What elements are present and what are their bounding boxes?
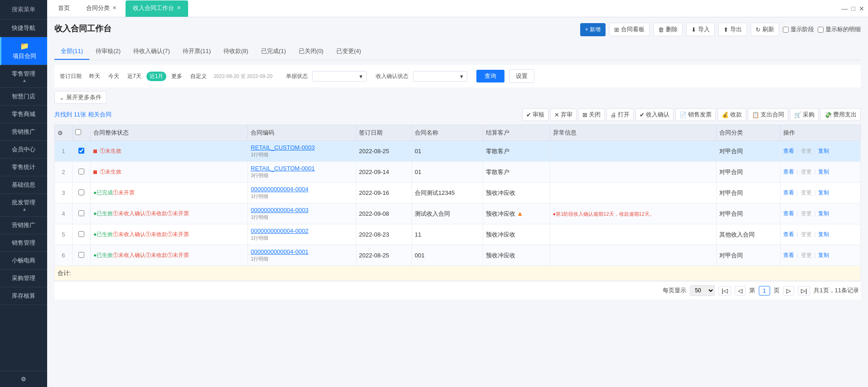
change-op-btn[interactable]: 变更 (801, 231, 812, 237)
refresh-button[interactable]: ↻ 刷新 (751, 23, 779, 36)
sidebar-item-retail-stats[interactable]: 零售统计 (0, 159, 47, 176)
filter-tab-pending-income[interactable]: 待收入确认(7) (127, 44, 176, 60)
col-customer[interactable]: 结算客户 (483, 125, 550, 141)
sidebar-item-smart-store[interactable]: 智慧门店 (0, 88, 47, 106)
date-chip-yesterday[interactable]: 昨天 (86, 72, 103, 81)
maximize-button[interactable]: □ (852, 5, 855, 12)
tab-home[interactable]: 首页 (51, 0, 77, 17)
sidebar-item-member[interactable]: 会员中心 (0, 141, 47, 159)
date-chip-more[interactable]: 更多 (168, 72, 185, 81)
minimize-button[interactable]: — (842, 5, 848, 12)
sales-invoice-btn[interactable]: 📄 销售发票 (675, 108, 716, 121)
prev-page-btn[interactable]: ◁ (735, 286, 746, 295)
sidebar-item-basic-info[interactable]: 基础信息 (0, 176, 47, 194)
col-abnormal[interactable]: 异常信息 (550, 125, 716, 141)
last-page-btn[interactable]: ▷| (798, 286, 810, 295)
expand-filter-button[interactable]: ⌄ 展开更多条件 (54, 91, 107, 104)
query-button[interactable]: 查询 (476, 70, 504, 82)
show-stages-checkbox[interactable] (783, 27, 789, 33)
income-confirm-select[interactable]: ▾ (413, 71, 467, 82)
purchase-btn[interactable]: 🛒 采购 (790, 108, 819, 121)
show-details-checkbox[interactable] (818, 27, 824, 33)
copy-op-btn[interactable]: 复制 (818, 169, 829, 175)
tab-contract-category[interactable]: 合同分类 ✕ (79, 0, 124, 17)
sidebar-item-inventory[interactable]: 库存核算 (0, 287, 47, 305)
date-chip-today[interactable]: 今天 (105, 72, 122, 81)
select-all-checkbox[interactable] (75, 129, 81, 135)
filter-tab-closed[interactable]: 已关闭(0) (292, 44, 330, 60)
filter-tab-all[interactable]: 全部(11) (54, 44, 89, 60)
show-stages-label[interactable]: 显示阶段 (783, 25, 814, 34)
view-op-btn[interactable]: 查看 (783, 252, 794, 258)
sidebar-settings[interactable]: ⚙ (0, 371, 47, 387)
abandon-btn[interactable]: ✕ 弃审 (550, 108, 577, 121)
import-button[interactable]: ⬇ 导入 (686, 23, 715, 36)
sidebar-item-marketing2[interactable]: 营销推广 (0, 217, 47, 234)
sidebar-item-purchase[interactable]: 采购管理 (0, 270, 47, 287)
income-confirm-btn[interactable]: ✔ 收入确认 (635, 108, 674, 121)
new-button[interactable]: + 新增 (580, 23, 606, 36)
view-op-btn[interactable]: 查看 (783, 169, 794, 175)
copy-op-btn[interactable]: 复制 (818, 189, 829, 196)
row-checkbox[interactable] (72, 245, 90, 266)
kanban-button[interactable]: ⊞ 合同看板 (609, 23, 650, 36)
sidebar-search[interactable]: 搜索菜单 (0, 0, 47, 19)
delete-button[interactable]: 🗑 删除 (653, 23, 683, 36)
sidebar-item-ecommerce[interactable]: 小畅电商 (0, 252, 47, 270)
change-op-btn[interactable]: 变更 (801, 169, 812, 175)
view-op-btn[interactable]: 查看 (783, 189, 794, 196)
sidebar-item-retail-mall[interactable]: 零售商城 (0, 106, 47, 123)
sidebar-quick-nav[interactable]: 快捷导航 (0, 19, 47, 37)
filter-tab-pending-payment[interactable]: 待收款(8) (217, 44, 255, 60)
sidebar-item-project[interactable]: 📁 项目合同 (0, 37, 47, 65)
col-name[interactable]: 合同名称 (412, 125, 483, 141)
view-op-btn[interactable]: 查看 (783, 210, 794, 217)
change-op-btn[interactable]: 变更 (801, 210, 812, 217)
copy-op-btn[interactable]: 复制 (818, 252, 829, 258)
sidebar-item-retail-mgmt[interactable]: 零售管理 ▲ (0, 65, 47, 88)
next-page-btn[interactable]: ▷ (783, 286, 794, 295)
first-page-btn[interactable]: |◁ (718, 286, 731, 295)
row-checkbox[interactable] (72, 162, 90, 183)
date-chip-1month[interactable]: 近1月 (146, 72, 167, 81)
change-op-btn[interactable]: 变更 (801, 148, 812, 154)
print-btn[interactable]: 🖨 打开 (606, 108, 634, 121)
date-chip-7days[interactable]: 近7天 (124, 72, 145, 81)
col-checkbox[interactable] (72, 125, 90, 141)
filter-tab-pending-invoice[interactable]: 待开票(11) (176, 44, 217, 60)
copy-op-btn[interactable]: 复制 (818, 210, 829, 217)
row-checkbox[interactable] (72, 141, 90, 162)
settings-button[interactable]: 设置 (509, 69, 534, 83)
date-chip-custom[interactable]: 自定义 (187, 72, 210, 81)
filter-tab-completed[interactable]: 已完成(1) (255, 44, 292, 60)
row-checkbox[interactable] (72, 183, 90, 203)
close-tab-income-contract[interactable]: ✕ (177, 5, 181, 11)
filter-tab-changed[interactable]: 已变更(4) (330, 44, 368, 60)
change-op-btn[interactable]: 变更 (801, 252, 812, 258)
copy-op-btn[interactable]: 复制 (818, 231, 829, 237)
row-checkbox[interactable] (72, 203, 90, 224)
sidebar-item-sales-mgmt[interactable]: 销售管理 (0, 234, 47, 252)
sidebar-item-wholesale[interactable]: 批发管理 ▲ (0, 194, 47, 217)
copy-op-btn[interactable]: 复制 (818, 148, 829, 154)
export-button[interactable]: ⬆ 导出 (718, 23, 747, 36)
per-page-select[interactable]: 50 100 200 (690, 285, 715, 296)
expense-out-btn[interactable]: 💸 费用支出 (820, 108, 861, 121)
col-category[interactable]: 合同分类 (717, 125, 781, 141)
out-contract-btn[interactable]: 📋 支出合同 (748, 108, 788, 121)
filter-tab-pending-review[interactable]: 待审核(2) (89, 44, 127, 60)
close-tab-contract-category[interactable]: ✕ (112, 5, 116, 11)
row-checkbox[interactable] (72, 224, 90, 245)
close-btn[interactable]: ⊠ 关闭 (578, 108, 605, 121)
show-details-label[interactable]: 显示标的明细 (818, 25, 861, 34)
doc-status-select[interactable]: ▾ (312, 71, 367, 82)
tab-income-contract[interactable]: 收入合同工作台 ✕ (126, 0, 188, 17)
sidebar-item-marketing[interactable]: 营销推广 (0, 123, 47, 141)
change-op-btn[interactable]: 变更 (801, 189, 812, 196)
col-code[interactable]: 合同编码 (248, 125, 356, 141)
close-button[interactable]: ✕ (859, 5, 864, 12)
col-status[interactable]: 合同整体状态 (90, 125, 247, 141)
payment-btn[interactable]: 💰 收款 (718, 108, 746, 121)
review-btn[interactable]: ✔ 审核 (522, 108, 548, 121)
view-op-btn[interactable]: 查看 (783, 231, 794, 237)
